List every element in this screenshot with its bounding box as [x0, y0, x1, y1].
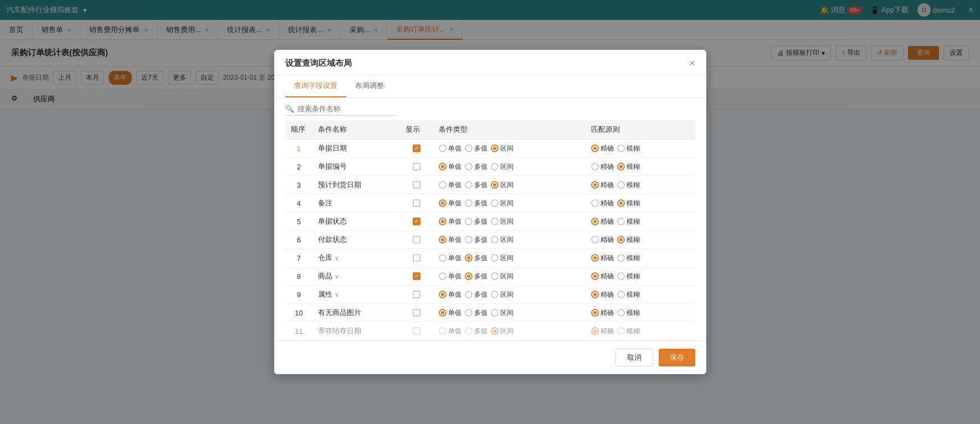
search-icon: 🔍: [285, 105, 294, 109]
modal-tab-query-label: 查询字段设置: [294, 81, 337, 90]
modal-title: 设置查询区域布局: [285, 58, 352, 69]
modal-header: 设置查询区域布局 ×: [274, 50, 706, 75]
modal-search-area: 🔍: [274, 98, 706, 109]
search-wrap: 🔍: [285, 105, 396, 109]
modal-overlay: 设置查询区域布局 × 查询字段设置 布局调整 🔍 顺序: [0, 0, 980, 109]
modal-tab-layout[interactable]: 布局调整: [346, 75, 393, 97]
settings-modal: 设置查询区域布局 × 查询字段设置 布局调整 🔍 顺序: [274, 50, 706, 109]
modal-close-btn[interactable]: ×: [689, 58, 695, 69]
modal-tab-query-fields[interactable]: 查询字段设置: [285, 75, 346, 97]
search-input[interactable]: [297, 105, 396, 109]
modal-tabs: 查询字段设置 布局调整: [274, 75, 706, 98]
modal-tab-layout-label: 布局调整: [355, 81, 384, 90]
